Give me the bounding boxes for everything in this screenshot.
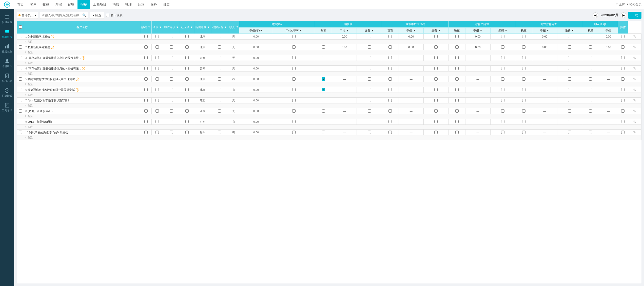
stamp-shen-checkbox[interactable] (621, 45, 625, 49)
row-select-checkbox[interactable] (19, 120, 22, 123)
row-select-checkbox[interactable] (19, 56, 22, 59)
nav-home[interactable]: 首页 (14, 0, 27, 9)
customer-name[interactable]: (库存核算）直播畅捷通信息技术股份有限... (28, 56, 81, 60)
nav-customer[interactable]: 客户 (27, 0, 40, 9)
stamp-shen-checkbox[interactable] (621, 77, 625, 81)
info-icon[interactable]: ! (82, 67, 85, 70)
local-jiao-checkbox[interactable] (589, 88, 592, 91)
kehu-quereng-checkbox[interactable] (170, 120, 173, 123)
kehu-quereng-checkbox[interactable] (170, 131, 173, 134)
tax-table-container[interactable]: 客户名称 抄税 ▼ 清卡 ▼ 客户确认 ▼ 已完税 (17, 21, 641, 283)
shuikong-checkbox[interactable] (218, 67, 221, 70)
stamp-shen-checkbox[interactable] (621, 67, 625, 70)
name-under-checkbox[interactable] (106, 14, 109, 17)
download-button[interactable]: 下载 (628, 12, 641, 19)
local-shen-checkbox[interactable] (568, 67, 571, 70)
kehu-quereng-checkbox[interactable] (170, 77, 173, 81)
chaoshui-checkbox[interactable] (144, 45, 148, 49)
local-jiao-checkbox[interactable] (589, 45, 592, 49)
city-shen-checkbox[interactable] (434, 77, 438, 81)
vat-shen-checkbox[interactable] (368, 56, 371, 59)
chaoshui-checkbox[interactable] (144, 99, 148, 102)
vat-jiao-checkbox[interactable] (388, 67, 392, 70)
qingka-checkbox[interactable] (155, 45, 159, 49)
edit-icon[interactable]: ✎ (633, 130, 636, 134)
vat-shen-checkbox[interactable] (368, 131, 371, 134)
edu-jiao-checkbox[interactable] (522, 67, 525, 70)
sidebar-item-personal-tax[interactable]: 个税申报 (0, 56, 14, 70)
edu-shen-checkbox[interactable] (501, 99, 504, 102)
nav-tax[interactable]: 报税 (77, 0, 90, 9)
kehu-quereng-checkbox[interactable] (170, 109, 173, 113)
zhucai-month-checkbox[interactable] (322, 67, 325, 70)
vat-jiao-checkbox[interactable] (388, 99, 392, 102)
sidebar-item-tax-overview[interactable]: 报税总览 (0, 41, 14, 56)
kehu-quereng-checkbox[interactable] (170, 99, 173, 102)
edu-jiao-checkbox[interactable] (522, 35, 525, 38)
city-shen-checkbox[interactable] (434, 120, 438, 123)
stamp-shen-checkbox[interactable] (621, 88, 625, 91)
zhucai-month-checkbox[interactable] (322, 131, 325, 134)
nav-billing[interactable]: 收费 (40, 0, 52, 9)
yi-wanshui-checkbox[interactable] (185, 131, 189, 134)
city-shen-checkbox[interactable] (434, 45, 438, 49)
kehu-quereng-checkbox[interactable] (170, 35, 173, 38)
city-jiao-checkbox[interactable] (455, 77, 459, 81)
member-btn[interactable]: ♦ 稻壳会员 (627, 2, 641, 7)
edu-jiao-checkbox[interactable] (522, 120, 525, 123)
edu-shen-checkbox[interactable] (501, 131, 504, 134)
nav-message[interactable]: 消息 (109, 0, 122, 9)
edu-jiao-checkbox[interactable] (522, 45, 525, 49)
city-jiao-checkbox[interactable] (455, 120, 459, 123)
shuikong-checkbox[interactable] (218, 56, 221, 59)
edu-shen-checkbox[interactable] (501, 35, 504, 38)
sidebar-item-batch-tax[interactable]: 批量报税 (0, 26, 14, 41)
local-jiao-checkbox[interactable] (589, 77, 592, 81)
shuikong-checkbox[interactable] (218, 77, 221, 81)
vat-shen-checkbox[interactable] (368, 99, 371, 102)
yi-wanshui-checkbox[interactable] (185, 77, 189, 81)
sidebar-item-tax-settings[interactable]: 报税设置 (0, 12, 14, 26)
vat-jiao-checkbox[interactable] (388, 120, 392, 123)
zhucai-month-checkbox[interactable] (322, 77, 325, 81)
local-shen-checkbox[interactable] (568, 109, 571, 113)
vat-shen-checkbox[interactable] (368, 77, 371, 81)
yi-wanshui-checkbox[interactable] (185, 109, 189, 113)
info-icon[interactable]: ! (76, 78, 79, 81)
kehu-quereng-checkbox[interactable] (170, 45, 173, 49)
stamp-shen-checkbox[interactable] (621, 35, 625, 38)
customer-name[interactable]: 测试斯睿的凭证打印的时候是否 (29, 131, 68, 134)
city-jiao-checkbox[interactable] (455, 35, 459, 38)
chaoshui-checkbox[interactable] (144, 35, 148, 38)
city-jiao-checkbox[interactable] (455, 99, 459, 102)
city-jiao-checkbox[interactable] (455, 45, 459, 49)
local-shen-checkbox[interactable] (568, 45, 571, 49)
shuikong-checkbox[interactable] (218, 99, 221, 102)
yi-wanshui-checkbox[interactable] (185, 88, 189, 91)
city-shen-checkbox[interactable] (434, 99, 438, 102)
vat-shen-checkbox[interactable] (368, 109, 371, 113)
city-shen-checkbox[interactable] (434, 56, 438, 59)
employee-filter-select[interactable]: 全部员工 ▾ (17, 12, 38, 19)
zhucai-year-checkbox[interactable] (292, 120, 296, 123)
edu-shen-checkbox[interactable] (501, 120, 504, 123)
zhucai-year-checkbox[interactable] (292, 77, 296, 81)
row-select-checkbox[interactable] (19, 109, 22, 113)
yi-wanshui-checkbox[interactable] (185, 120, 189, 123)
nav-settings[interactable]: 设置 (160, 0, 173, 9)
chaoshui-checkbox[interactable] (144, 109, 148, 113)
zhucai-month-checkbox[interactable] (322, 56, 325, 59)
shuikong-checkbox[interactable] (218, 35, 221, 38)
zhucai-year-checkbox[interactable] (292, 99, 296, 102)
nav-service[interactable]: 服务 (147, 0, 160, 9)
qingka-checkbox[interactable] (155, 67, 159, 70)
vat-jiao-checkbox[interactable] (388, 56, 392, 59)
local-jiao-checkbox[interactable] (589, 35, 592, 38)
kehu-quereng-checkbox[interactable] (170, 56, 173, 59)
zhucai-year-checkbox[interactable] (292, 67, 296, 70)
local-jiao-checkbox[interactable] (589, 67, 592, 70)
row-select-checkbox[interactable] (19, 88, 22, 91)
kehu-quereng-checkbox[interactable] (170, 67, 173, 70)
yi-wanshui-checkbox[interactable] (185, 67, 189, 70)
zhucai-month-checkbox[interactable] (322, 45, 325, 49)
